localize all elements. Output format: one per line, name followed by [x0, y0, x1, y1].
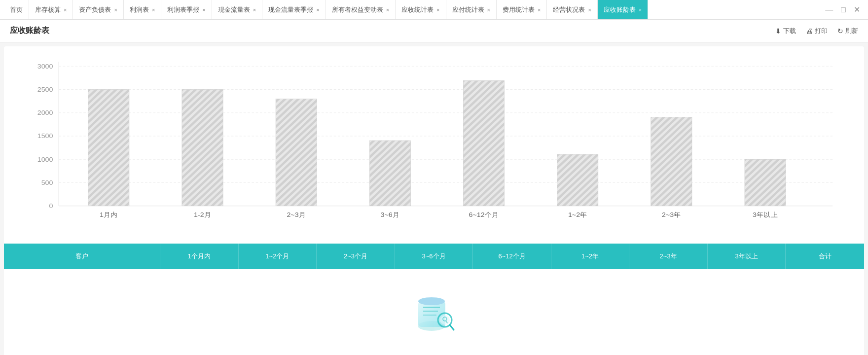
col-customer: 客户 — [4, 244, 160, 269]
tab-close-cashflow[interactable]: × — [253, 7, 256, 13]
col-3plus-year: 3年以上 — [708, 244, 786, 269]
tab-cashflow-quarterly[interactable]: 现金流量表季报 × — [262, 0, 326, 19]
tab-bar: 首页 库存核算 × 资产负债表 × 利润表 × 利润表季报 × 现金流量表 × … — [0, 0, 868, 20]
tab-aging[interactable]: 应收账龄表 × — [598, 0, 648, 19]
tab-close-equity[interactable]: × — [386, 7, 389, 13]
bar-chart: 0 500 1000 1500 2000 2500 3000 1月内 1-2月 — [24, 56, 844, 234]
col-6-12month: 6~12个月 — [473, 244, 551, 269]
svg-text:2000: 2000 — [37, 109, 53, 117]
col-3-6month: 3~6个月 — [395, 244, 473, 269]
svg-text:1~2年: 1~2年 — [568, 211, 587, 219]
bar-1-2year — [557, 154, 598, 206]
tab-profit-quarterly[interactable]: 利润表季报 × — [161, 0, 212, 19]
svg-text:0: 0 — [49, 202, 53, 210]
empty-illustration — [409, 291, 459, 336]
header-actions: ⬇ 下载 🖨 打印 ↻ 刷新 — [775, 27, 858, 36]
empty-icon — [409, 291, 459, 336]
svg-text:500: 500 — [41, 178, 53, 186]
page-header: 应收账龄表 ⬇ 下载 🖨 打印 ↻ 刷新 — [0, 20, 868, 42]
svg-line-33 — [450, 325, 454, 330]
svg-point-27 — [418, 297, 445, 305]
page-title: 应收账龄表 — [10, 26, 49, 36]
col-2-3month: 2~3个月 — [317, 244, 395, 269]
print-button[interactable]: 🖨 打印 — [806, 27, 828, 36]
tab-close-profit-quarterly[interactable]: × — [202, 7, 205, 13]
tab-close-profit[interactable]: × — [152, 7, 155, 13]
tab-receivable-stats[interactable]: 应收统计表 × — [396, 0, 446, 19]
bar-2-3year — [651, 117, 692, 206]
col-total: 合计 — [786, 244, 864, 269]
close-button[interactable]: ✕ — [852, 4, 862, 15]
bar-1-2month — [182, 90, 223, 206]
tab-close-aging[interactable]: × — [639, 7, 642, 13]
svg-text:2~3年: 2~3年 — [662, 211, 681, 219]
table-header: 客户 1个月内 1~2个月 2~3个月 3~6个月 6~12个月 1~2年 2~… — [4, 244, 864, 269]
col-1month: 1个月内 — [160, 244, 239, 269]
svg-text:1月内: 1月内 — [100, 211, 118, 219]
main-content: 0 500 1000 1500 2000 2500 3000 1月内 1-2月 — [4, 46, 864, 355]
tab-payable-stats[interactable]: 应付统计表 × — [446, 0, 497, 19]
tab-expense-stats[interactable]: 费用统计表 × — [497, 0, 547, 19]
tab-close-balance[interactable]: × — [114, 7, 117, 13]
bar-3-6month — [369, 141, 410, 206]
bar-1-month — [88, 90, 129, 206]
refresh-button[interactable]: ↻ 刷新 — [837, 27, 858, 36]
tab-operations[interactable]: 经营状况表 × — [547, 0, 597, 19]
svg-point-32 — [440, 315, 450, 325]
refresh-icon: ↻ — [837, 27, 843, 35]
svg-text:2500: 2500 — [37, 85, 53, 93]
svg-text:1000: 1000 — [37, 155, 53, 163]
tab-close-expense-stats[interactable]: × — [538, 7, 541, 13]
bar-3plus-year — [745, 159, 786, 206]
tab-close-receivable-stats[interactable]: × — [436, 7, 439, 13]
svg-text:1500: 1500 — [37, 132, 53, 140]
svg-text:1-2月: 1-2月 — [194, 211, 211, 219]
svg-text:2~3月: 2~3月 — [287, 211, 306, 219]
svg-text:3年以上: 3年以上 — [753, 211, 778, 219]
chart-area: 0 500 1000 1500 2000 2500 3000 1月内 1-2月 — [4, 46, 864, 244]
minimize-button[interactable]: — — [823, 4, 835, 15]
tab-equity[interactable]: 所有者权益变动表 × — [326, 0, 396, 19]
tab-close-payable-stats[interactable]: × — [487, 7, 490, 13]
download-button[interactable]: ⬇ 下载 — [775, 27, 796, 36]
tab-inventory[interactable]: 库存核算 × — [29, 0, 73, 19]
svg-text:3~6月: 3~6月 — [381, 211, 400, 219]
tab-close-operations[interactable]: × — [588, 7, 591, 13]
col-2-3year: 2~3年 — [629, 244, 708, 269]
maximize-button[interactable]: □ — [839, 4, 848, 15]
tab-close-cashflow-quarterly[interactable]: × — [316, 7, 319, 13]
tab-cashflow[interactable]: 现金流量表 × — [212, 0, 262, 19]
bar-6-12month — [463, 81, 504, 206]
print-icon: 🖨 — [806, 27, 813, 35]
empty-state — [4, 269, 864, 355]
col-1-2year: 1~2年 — [551, 244, 630, 269]
tab-profit[interactable]: 利润表 × — [124, 0, 161, 19]
bar-2-3month — [276, 99, 317, 206]
svg-text:6~12个月: 6~12个月 — [469, 211, 499, 219]
col-1-2month: 1~2个月 — [239, 244, 317, 269]
tab-balance[interactable]: 资产负债表 × — [73, 0, 123, 19]
svg-text:3000: 3000 — [37, 62, 53, 70]
window-controls: — □ ✕ — [823, 4, 864, 15]
tab-close-inventory[interactable]: × — [64, 7, 67, 13]
tab-home[interactable]: 首页 — [4, 0, 29, 19]
download-icon: ⬇ — [775, 27, 781, 35]
